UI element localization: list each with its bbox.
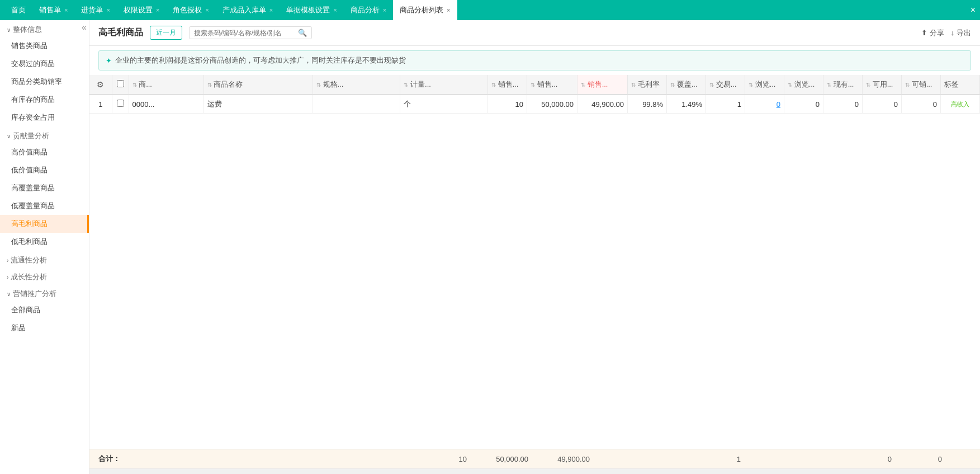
- top-navigation: 首页 销售单 × 进货单 × 权限设置 × 角色授权 × 产成品入库单 × 单据…: [0, 0, 980, 20]
- col-header-gross-rate[interactable]: ⇅ 毛利率: [628, 75, 667, 95]
- col-header-name[interactable]: ⇅ 商品名称: [203, 75, 313, 95]
- footer-trade-count: 1: [702, 455, 741, 463]
- sidebar-item-low-value[interactable]: 低价值商品: [0, 161, 89, 179]
- chevron-down-icon: ∨: [7, 291, 11, 297]
- close-icon[interactable]: ×: [205, 7, 209, 13]
- nav-product-storage[interactable]: 产成品入库单 ×: [216, 0, 280, 20]
- close-icon[interactable]: ×: [269, 7, 273, 13]
- sidebar-item-stock-goods[interactable]: 有库存的商品: [0, 91, 89, 109]
- col-header-views1[interactable]: ⇅ 浏览...: [745, 75, 784, 95]
- col-header-available-stock[interactable]: ⇅ 可用...: [863, 75, 902, 95]
- share-button[interactable]: ⬆ 分享: [921, 28, 944, 38]
- col-header-trade-count[interactable]: ⇅ 交易...: [706, 75, 745, 95]
- col-header-settings[interactable]: ⚙: [89, 75, 112, 95]
- cell-sales-qty: 10: [488, 95, 527, 114]
- share-icon: ⬆: [921, 29, 927, 37]
- sidebar-item-traded-goods[interactable]: 交易过的商品: [0, 55, 89, 73]
- footer-current-stock: 0: [853, 455, 892, 463]
- nav-product-analysis-list[interactable]: 商品分析列表 ×: [393, 0, 457, 20]
- search-box: 🔍: [189, 26, 312, 39]
- cell-code: 0000...: [129, 95, 203, 114]
- close-icon[interactable]: ×: [447, 7, 450, 13]
- content-area: 高毛利商品 近一月 🔍 ⬆ 分享 ↓ 导出 ✦ 企业的主要的利润都是这部分商品创…: [89, 20, 980, 474]
- nav-product-analysis[interactable]: 商品分析 ×: [344, 0, 393, 20]
- data-table: ⚙ ⇅ 商... ⇅ 商品名称: [89, 75, 980, 114]
- nav-template-settings[interactable]: 单据模板设置 ×: [280, 0, 343, 20]
- info-banner: ✦ 企业的主要的利润都是这部分商品创造的，可考虑加大推广，同时关注库存是不要出现…: [98, 50, 971, 71]
- header-actions: ⬆ 分享 ↓ 导出: [921, 28, 972, 38]
- close-icon[interactable]: ×: [333, 7, 337, 13]
- cell-checkbox[interactable]: [112, 95, 129, 114]
- sidebar-group-marketing[interactable]: ∨ 营销推广分析: [0, 284, 89, 301]
- sidebar-item-sales-goods[interactable]: 销售类商品: [0, 37, 89, 55]
- search-input[interactable]: [194, 29, 298, 37]
- col-header-sales-amount[interactable]: ⇅ 销售...: [527, 75, 577, 95]
- cell-views1[interactable]: 0: [745, 95, 784, 114]
- export-icon: ↓: [951, 29, 955, 37]
- tag-badge: 高收入: [951, 101, 969, 107]
- horizontal-scrollbar[interactable]: [89, 468, 980, 474]
- row-checkbox[interactable]: [117, 100, 124, 107]
- col-header-tag[interactable]: 标签: [941, 75, 980, 95]
- col-header-views2[interactable]: ⇅ 浏览...: [784, 75, 823, 95]
- sidebar-item-low-margin[interactable]: 低毛利商品: [0, 233, 89, 251]
- table-row: 1 0000... 运费 个 10 50,000.00 49,900.00 99…: [89, 95, 980, 114]
- close-icon[interactable]: ×: [106, 7, 110, 13]
- sidebar-group-contribution[interactable]: ∨ 贡献量分析: [0, 126, 89, 143]
- sidebar-item-all-goods[interactable]: 全部商品: [0, 301, 89, 319]
- cell-tag: 高收入: [941, 95, 980, 114]
- cell-spec: [313, 95, 400, 114]
- sidebar-item-capital-occupation[interactable]: 库存资金占用: [0, 109, 89, 126]
- close-icon[interactable]: ×: [156, 7, 159, 13]
- sidebar-collapse-button[interactable]: «: [82, 22, 87, 32]
- col-header-spec[interactable]: ⇅ 规格...: [313, 75, 400, 95]
- page-title: 高毛利商品: [98, 27, 143, 39]
- data-table-container: ⚙ ⇅ 商... ⇅ 商品名称: [89, 75, 980, 449]
- cell-sellable-stock: 0: [902, 95, 941, 114]
- chevron-right-icon: ›: [7, 257, 8, 264]
- cell-views2: 0: [784, 95, 823, 114]
- sidebar-group-overall[interactable]: ∨ 整体信息: [0, 20, 89, 37]
- sidebar-item-low-coverage[interactable]: 低覆盖量商品: [0, 197, 89, 215]
- col-header-sales-cost[interactable]: ⇅ 销售...: [577, 75, 628, 95]
- cell-index: 1: [89, 95, 112, 114]
- col-header-current-stock[interactable]: ⇅ 现有...: [823, 75, 863, 95]
- sidebar-item-high-margin[interactable]: 高毛利商品: [0, 215, 89, 233]
- close-icon[interactable]: ×: [64, 7, 68, 13]
- col-header-sales-qty[interactable]: ⇅ 销售...: [488, 75, 527, 95]
- gear-icon[interactable]: ⚙: [97, 80, 104, 89]
- cell-coverage: 1.49%: [667, 95, 706, 114]
- footer-sales-cost: 49,900.00: [539, 455, 590, 463]
- sidebar-item-high-value[interactable]: 高价值商品: [0, 143, 89, 161]
- cell-gross-rate: 99.8%: [628, 95, 667, 114]
- chevron-down-icon: ∨: [7, 27, 11, 33]
- footer-available-stock: 0: [903, 455, 942, 463]
- cell-name: 运费: [203, 95, 313, 114]
- sidebar-group-liquidity[interactable]: › 流通性分析: [0, 251, 89, 267]
- nav-purchase-order[interactable]: 进货单 ×: [74, 0, 116, 20]
- time-filter-button[interactable]: 近一月: [150, 26, 182, 40]
- nav-role-auth[interactable]: 角色授权 ×: [166, 0, 215, 20]
- nav-sales-order[interactable]: 销售单 ×: [32, 0, 74, 20]
- cell-sales-amount: 50,000.00: [527, 95, 577, 114]
- close-all-tabs-button[interactable]: ×: [970, 5, 976, 15]
- search-icon[interactable]: 🔍: [298, 29, 307, 37]
- nav-permission-settings[interactable]: 权限设置 ×: [117, 0, 166, 20]
- sidebar-item-high-coverage[interactable]: 高覆盖量商品: [0, 179, 89, 197]
- sidebar: « ∨ 整体信息 销售类商品 交易过的商品 商品分类助销率 有库存的商品 库存资…: [0, 20, 89, 474]
- nav-home[interactable]: 首页: [4, 0, 32, 20]
- sidebar-group-growth[interactable]: › 成长性分析: [0, 267, 89, 284]
- col-header-sellable-stock[interactable]: ⇅ 可销...: [902, 75, 941, 95]
- chevron-down-icon: ∨: [7, 133, 11, 139]
- col-header-checkbox[interactable]: [112, 75, 129, 95]
- export-button[interactable]: ↓ 导出: [951, 28, 972, 38]
- close-icon[interactable]: ×: [383, 7, 386, 13]
- sidebar-item-category-rate[interactable]: 商品分类助销率: [0, 73, 89, 91]
- footer-label: 合计：: [98, 454, 120, 464]
- select-all-checkbox[interactable]: [117, 80, 124, 87]
- sidebar-item-new-goods[interactable]: 新品: [0, 319, 89, 337]
- col-header-code[interactable]: ⇅ 商...: [129, 75, 203, 95]
- col-header-coverage[interactable]: ⇅ 覆盖...: [667, 75, 706, 95]
- col-header-unit[interactable]: ⇅ 计量...: [400, 75, 488, 95]
- cell-sales-cost: 49,900.00: [577, 95, 628, 114]
